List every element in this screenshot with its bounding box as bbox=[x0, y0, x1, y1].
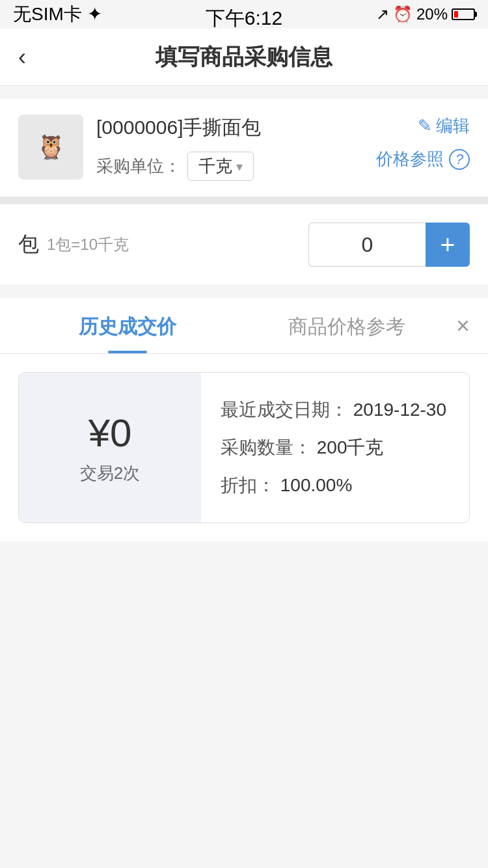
purchase-qty-label: 采购数量： bbox=[221, 437, 312, 457]
purchase-unit-label: 采购单位： bbox=[96, 155, 181, 178]
recent-date-row: 最近成交日期： 2019-12-30 bbox=[221, 396, 450, 424]
price-ref-label: 价格参照 bbox=[376, 148, 444, 170]
help-icon: ? bbox=[449, 149, 470, 170]
unit-value: 千克 bbox=[198, 155, 232, 178]
tab-product-price-reference[interactable]: 商品价格参考 bbox=[237, 298, 455, 353]
edit-label: 编辑 bbox=[436, 115, 470, 137]
battery-icon bbox=[452, 8, 475, 20]
page-title: 填写商品采购信息 bbox=[156, 42, 332, 72]
tab-history-price[interactable]: 历史成交价 bbox=[18, 298, 237, 353]
nav-bar: ‹ 填写商品采购信息 bbox=[0, 29, 488, 86]
product-name: [0000006]手撕面包 bbox=[96, 115, 261, 141]
quantity-unit: 包 bbox=[18, 230, 39, 259]
unit-select[interactable]: 千克 ▾ bbox=[187, 152, 254, 181]
card-detail-right: 最近成交日期： 2019-12-30 采购数量： 200千克 折扣： 100.0… bbox=[201, 373, 469, 522]
product-thumbnail: 🦉 bbox=[18, 115, 83, 180]
battery-percent: 20% bbox=[416, 5, 448, 23]
quantity-conversion: 1包=10千克 bbox=[47, 234, 129, 255]
quantity-value: 0 bbox=[362, 233, 373, 257]
discount-value: 100.00% bbox=[280, 475, 353, 495]
section-divider bbox=[0, 197, 488, 204]
purchase-qty-row: 采购数量： 200千克 bbox=[221, 434, 450, 461]
location-icon: ↗ bbox=[376, 5, 389, 23]
quantity-input-row: 0 + bbox=[308, 223, 470, 267]
trade-count: 交易2次 bbox=[80, 462, 140, 485]
bottom-space bbox=[0, 541, 488, 868]
recent-date-label: 最近成交日期： bbox=[221, 400, 348, 420]
price-amount: ¥0 bbox=[88, 411, 132, 455]
discount-label: 折扣： bbox=[221, 475, 275, 495]
chevron-down-icon: ▾ bbox=[236, 159, 243, 174]
price-reference-button[interactable]: 价格参照 ? bbox=[376, 148, 470, 170]
quantity-input[interactable]: 0 bbox=[308, 223, 426, 267]
product-right: ✎ 编辑 价格参照 ? bbox=[376, 115, 470, 170]
status-right-icons: ↗ ⏰ 20% bbox=[376, 5, 475, 23]
product-left: 🦉 [0000006]手撕面包 采购单位： 千克 ▾ bbox=[18, 115, 261, 181]
quantity-label: 包 1包=10千克 bbox=[18, 230, 129, 259]
time-display: 下午6:12 bbox=[206, 5, 282, 32]
product-unit-row: 采购单位： 千克 ▾ bbox=[96, 152, 261, 181]
status-bar: 无SIM卡 ✦ 下午6:12 ↗ ⏰ 20% bbox=[0, 0, 488, 29]
product-info: [0000006]手撕面包 采购单位： 千克 ▾ bbox=[96, 115, 261, 181]
quantity-section: 包 1包=10千克 0 + bbox=[0, 204, 488, 285]
tab-section: 历史成交价 商品价格参考 × ¥0 交易2次 最近成交日期： 2019-12-3… bbox=[0, 298, 488, 541]
tab-bar: 历史成交价 商品价格参考 × bbox=[0, 298, 488, 354]
edit-button[interactable]: ✎ 编辑 bbox=[418, 115, 470, 137]
alarm-icon: ⏰ bbox=[393, 5, 413, 23]
purchase-qty-value: 200千克 bbox=[317, 437, 384, 457]
product-logo-icon: 🦉 bbox=[36, 133, 66, 161]
back-button[interactable]: ‹ bbox=[18, 44, 26, 71]
discount-row: 折扣： 100.00% bbox=[221, 472, 450, 499]
card-price-left: ¥0 交易2次 bbox=[19, 373, 201, 522]
close-icon[interactable]: × bbox=[456, 299, 470, 353]
edit-icon: ✎ bbox=[418, 116, 432, 136]
card-container: ¥0 交易2次 最近成交日期： 2019-12-30 采购数量： 200千克 折… bbox=[0, 354, 488, 541]
carrier-text: 无SIM卡 ✦ bbox=[13, 2, 102, 27]
price-card: ¥0 交易2次 最近成交日期： 2019-12-30 采购数量： 200千克 折… bbox=[18, 372, 470, 523]
recent-date-value: 2019-12-30 bbox=[353, 400, 446, 420]
quantity-plus-button[interactable]: + bbox=[426, 223, 470, 267]
product-section: 🦉 [0000006]手撕面包 采购单位： 千克 ▾ ✎ 编辑 价格参照 bbox=[0, 99, 488, 197]
